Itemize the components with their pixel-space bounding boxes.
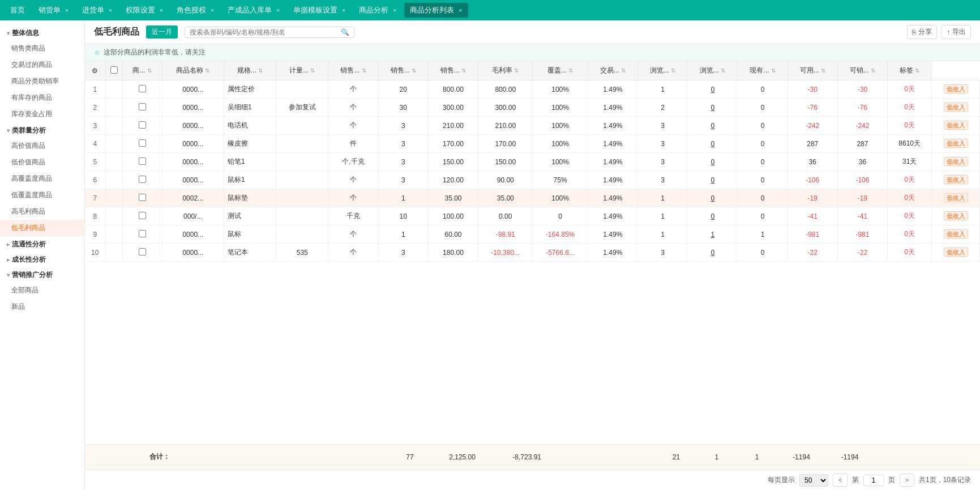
col-view1[interactable]: 浏览... ⇅ xyxy=(637,61,687,80)
cell-spec xyxy=(276,153,328,171)
sidebar-group-marketing[interactable]: ▾ 营销推广分析 xyxy=(0,267,84,282)
nav-analysis[interactable]: 商品分析 × xyxy=(353,3,402,18)
row-checkbox[interactable] xyxy=(139,212,146,219)
sidebar-group-flow[interactable]: ▸ 流通性分析 xyxy=(0,236,84,252)
col-checkbox[interactable] xyxy=(105,61,122,80)
sidebar-item-sales-goods[interactable]: 销售类商品 xyxy=(0,40,84,57)
cell-trade: 3 xyxy=(637,135,687,153)
col-sale-price[interactable]: 销售... ⇅ xyxy=(378,61,428,80)
cell-checkbox[interactable] xyxy=(122,135,162,153)
cell-available: 36 xyxy=(837,153,887,171)
col-unit[interactable]: 计量... ⇅ xyxy=(276,61,328,80)
sidebar-item-traded-goods[interactable]: 交易过的商品 xyxy=(0,57,84,73)
cell-view1[interactable]: 0 xyxy=(688,117,738,135)
cell-checkbox[interactable] xyxy=(122,117,162,135)
col-trade[interactable]: 交易... ⇅ xyxy=(588,61,637,80)
nav-template[interactable]: 单据模板设置 × xyxy=(288,3,351,18)
sidebar-item-all-goods[interactable]: 全部商品 xyxy=(0,282,84,299)
search-input[interactable] xyxy=(190,28,341,36)
cell-checkbox[interactable] xyxy=(122,99,162,117)
cell-view1[interactable]: 0 xyxy=(688,207,738,225)
sidebar-item-category-rate[interactable]: 商品分类助销率 xyxy=(0,73,84,90)
next-page-button[interactable]: ＞ xyxy=(900,474,914,487)
col-sale-amount[interactable]: 销售... ⇅ xyxy=(428,61,478,80)
row-checkbox[interactable] xyxy=(139,103,146,110)
row-checkbox[interactable] xyxy=(139,230,146,237)
sidebar-item-low-coverage[interactable]: 低覆盖度商品 xyxy=(0,187,84,203)
page-number-input[interactable] xyxy=(863,475,884,486)
cell-view1[interactable]: 0 xyxy=(688,153,738,171)
nav-template-close[interactable]: × xyxy=(342,7,345,14)
cell-checkbox[interactable] xyxy=(122,244,162,262)
cell-view1[interactable]: 0 xyxy=(688,135,738,153)
select-all-checkbox[interactable] xyxy=(110,66,118,74)
prev-page-button[interactable]: ＜ xyxy=(833,474,848,487)
row-checkbox[interactable] xyxy=(139,121,146,129)
nav-product-entry-close[interactable]: × xyxy=(276,7,280,14)
row-checkbox[interactable] xyxy=(139,139,146,147)
nav-permissions[interactable]: 权限设置 × xyxy=(120,3,169,18)
col-settings[interactable]: ⚙ xyxy=(85,61,105,80)
share-button[interactable]: ⎘ 分享 xyxy=(907,25,937,39)
nav-roles[interactable]: 角色授权 × xyxy=(171,3,220,18)
row-checkbox[interactable] xyxy=(139,85,146,92)
page-size-select[interactable]: 50 100 200 xyxy=(799,474,828,487)
nav-analysis-close[interactable]: × xyxy=(393,7,396,14)
sidebar-item-high-margin[interactable]: 高毛利商品 xyxy=(0,203,84,220)
col-sale-qty[interactable]: 销售... ⇅ xyxy=(328,61,378,80)
sidebar-item-inventory-goods[interactable]: 有库存的商品 xyxy=(0,90,84,106)
cell-checkbox[interactable] xyxy=(122,171,162,189)
cell-view1[interactable]: 0 xyxy=(688,189,738,207)
col-coverage[interactable]: 覆盖... ⇅ xyxy=(533,61,588,80)
nav-product-entry[interactable]: 产成品入库单 × xyxy=(222,3,285,18)
nav-roles-close[interactable]: × xyxy=(211,7,214,14)
sidebar-item-low-value[interactable]: 低价值商品 xyxy=(0,154,84,171)
col-view2[interactable]: 浏览... ⇅ xyxy=(688,61,738,80)
col-gross-margin[interactable]: 毛利率 ⇅ xyxy=(478,61,533,80)
cell-checkbox[interactable] xyxy=(122,153,162,171)
row-checkbox[interactable] xyxy=(139,194,146,201)
sidebar-group-growth[interactable]: ▸ 成长性分析 xyxy=(0,252,84,267)
export-button[interactable]: ↑ 导出 xyxy=(942,25,971,39)
sidebar-group-cluster[interactable]: ▾ 类群量分析 xyxy=(0,122,84,138)
time-filter-button[interactable]: 近一月 xyxy=(146,25,178,39)
nav-permissions-close[interactable]: × xyxy=(160,7,163,14)
nav-purchase[interactable]: 进货单 × xyxy=(76,3,118,18)
sidebar-item-new-goods[interactable]: 新品 xyxy=(0,299,84,315)
sidebar-item-high-coverage[interactable]: 高覆盖度商品 xyxy=(0,171,84,187)
row-checkbox[interactable] xyxy=(139,176,146,183)
cell-view1[interactable]: 0 xyxy=(688,80,738,99)
chevron-right-icon-2: ▸ xyxy=(7,257,10,263)
tag-badge: 低收入 xyxy=(944,248,968,257)
nav-analysis-list[interactable]: 商品分析列表 × xyxy=(404,3,468,18)
row-checkbox[interactable] xyxy=(139,157,146,165)
search-icon[interactable]: 🔍 xyxy=(341,28,349,36)
sidebar-item-low-margin[interactable]: 低毛利商品 xyxy=(0,220,84,236)
cell-checkbox[interactable] xyxy=(122,207,162,225)
cell-checkbox[interactable] xyxy=(122,225,162,244)
col-tag[interactable]: 标签 ⇅ xyxy=(888,61,932,80)
sidebar-item-high-value[interactable]: 高价值商品 xyxy=(0,138,84,154)
row-checkbox[interactable] xyxy=(139,248,146,255)
col-sellable[interactable]: 可销... ⇅ xyxy=(837,61,887,80)
col-current[interactable]: 现有... ⇅ xyxy=(738,61,788,80)
nav-home[interactable]: 首页 xyxy=(5,3,31,18)
cell-checkbox[interactable] xyxy=(122,189,162,207)
sidebar-item-inventory-funds[interactable]: 库存资金占用 xyxy=(0,106,84,122)
nav-sales-close[interactable]: × xyxy=(65,7,69,14)
col-name[interactable]: 商品名称 ⇅ xyxy=(162,61,224,80)
nav-analysis-list-close[interactable]: × xyxy=(459,7,462,14)
col-spec[interactable]: 规格... ⇅ xyxy=(224,61,276,80)
nav-sales[interactable]: 销货单 × xyxy=(33,3,74,18)
total-records-label: 共1页，10条记录 xyxy=(919,475,971,485)
cell-view1[interactable]: 0 xyxy=(688,244,738,262)
cell-checkbox[interactable] xyxy=(122,80,162,99)
cell-view1[interactable]: 1 xyxy=(688,225,738,244)
nav-purchase-close[interactable]: × xyxy=(109,7,112,14)
sidebar-group-overall[interactable]: ▾ 整体信息 xyxy=(0,25,84,40)
col-available[interactable]: 可用... ⇅ xyxy=(788,61,837,80)
cell-view1[interactable]: 0 xyxy=(688,99,738,117)
tag-badge: 低收入 xyxy=(944,211,968,220)
col-code[interactable]: 商... ⇅ xyxy=(122,61,162,80)
cell-view1[interactable]: 0 xyxy=(688,171,738,189)
